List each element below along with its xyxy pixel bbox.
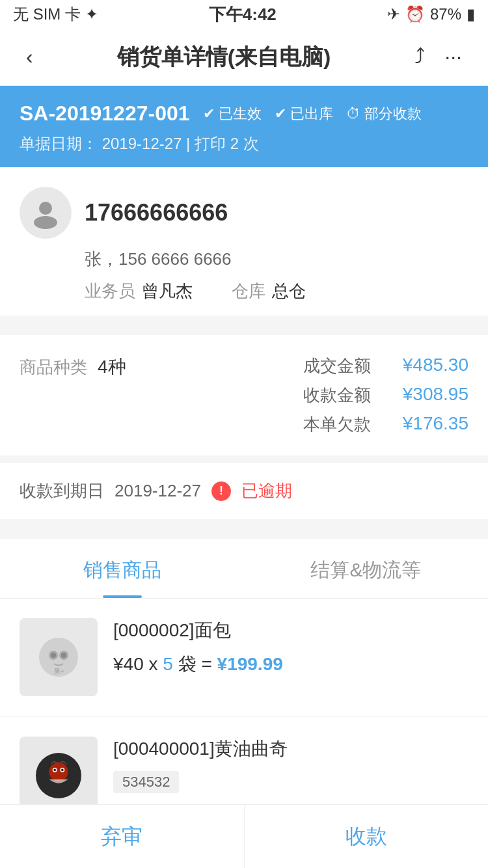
date-label: 单据日期： (20, 135, 98, 152)
category-label: 商品种类 (20, 356, 87, 379)
date-value: 2019-12-27 (102, 135, 182, 152)
check-icon-2: ✔ (275, 105, 286, 122)
svg-point-6 (61, 653, 66, 658)
customer-phone: 17666666666 (85, 199, 228, 226)
svg-point-9 (49, 763, 68, 781)
badge-shipped: ✔ 已出库 (275, 104, 333, 124)
due-section: 收款到期日 2019-12-27 ! 已逾期 (0, 462, 488, 519)
check-icon-1: ✔ (203, 105, 215, 122)
nav-bar: ‹ 销货单详情(来自电脑) ⤴ ··· (0, 29, 488, 86)
owed-row: 本单欠款 ¥176.35 (303, 413, 468, 436)
overdue-text: 已逾期 (241, 480, 292, 502)
print-info: | 打印 2 次 (186, 135, 259, 152)
amount-label: 成交金额 (303, 355, 371, 377)
product-thumbnail-2 (20, 737, 98, 815)
more-button[interactable]: ··· (438, 38, 468, 75)
clock-icon: ⏱ (346, 105, 360, 122)
price-unit-label-1: 袋 (178, 654, 197, 674)
warehouse-label: 仓库 (232, 280, 265, 303)
banner-top-row: SA-20191227-001 ✔ 已生效 ✔ 已出库 ⏱ 部分收款 (20, 102, 468, 126)
product-name-2: [000400001]黄油曲奇 (113, 737, 468, 761)
due-label: 收款到期日 (20, 480, 104, 502)
badge-shipped-label: 已出库 (290, 104, 333, 124)
svg-point-1 (34, 216, 57, 229)
stats-grid: 商品种类 4种 成交金额 ¥485.30 收款金额 ¥308.95 本单欠款 ¥… (20, 355, 468, 436)
customer-name-info: 张，156 6666 6666 (20, 248, 468, 271)
collect-button[interactable]: 收款 (245, 805, 489, 868)
product-price-1: ¥40 x 5 袋 = ¥199.99 (113, 652, 468, 677)
reject-button[interactable]: 弃审 (0, 805, 245, 868)
status-left: 无 SIM 卡 ✦ (13, 4, 98, 25)
sim-status: 无 SIM 卡 ✦ (13, 4, 98, 25)
status-bar: 无 SIM 卡 ✦ 下午4:42 ✈ ⏰ 87% ▮ (0, 0, 488, 29)
header-banner: SA-20191227-001 ✔ 已生效 ✔ 已出库 ⏱ 部分收款 单据日期：… (0, 86, 488, 167)
product-batch-2: 534532 (113, 771, 179, 793)
list-item: 果+ [0000002]面包 ¥40 x 5 袋 = ¥199.99 (0, 599, 488, 716)
sales-value: 曾凡杰 (142, 280, 193, 303)
back-button[interactable]: ‹ (20, 38, 40, 75)
owed-label: 本单欠款 (303, 413, 371, 436)
svg-text:果+: 果+ (54, 668, 64, 675)
tab-settlement[interactable]: 结算&物流等 (244, 539, 488, 598)
warehouse-value: 总仓 (272, 280, 306, 303)
sales-meta: 业务员 曾凡杰 (85, 280, 193, 303)
alarm-icon: ⏰ (405, 5, 425, 23)
battery-icon: ▮ (467, 5, 475, 23)
order-id: SA-20191227-001 (20, 102, 190, 126)
status-right: ✈ ⏰ 87% ▮ (387, 5, 475, 23)
overdue-icon: ! (211, 481, 231, 501)
customer-section: 17666666666 张，156 6666 6666 业务员 曾凡杰 仓库 总… (0, 167, 488, 316)
svg-point-5 (51, 653, 56, 658)
location-icon: ✈ (387, 5, 400, 23)
svg-point-13 (61, 769, 64, 772)
owed-value: ¥176.35 (384, 413, 468, 436)
divider-1 (0, 322, 488, 335)
stats-section: 商品种类 4种 成交金额 ¥485.30 收款金额 ¥308.95 本单欠款 ¥… (0, 335, 488, 455)
svg-point-0 (39, 202, 52, 215)
sales-label: 业务员 (85, 280, 135, 303)
divider-2 (0, 526, 488, 539)
category-value: 4种 (98, 355, 126, 379)
product-info-1: [0000002]面包 ¥40 x 5 袋 = ¥199.99 (113, 618, 468, 677)
stats-right: 成交金额 ¥485.30 收款金额 ¥308.95 本单欠款 ¥176.35 (303, 355, 468, 436)
bottom-bar: 弃审 收款 (0, 804, 488, 868)
svg-point-12 (53, 769, 56, 772)
due-date-value: 2019-12-27 (115, 481, 201, 501)
received-row: 收款金额 ¥308.95 (303, 384, 468, 407)
tab-products-label: 销售商品 (83, 559, 161, 580)
tab-products[interactable]: 销售商品 (0, 539, 244, 598)
page-title: 销货单详情(来自电脑) (117, 42, 331, 72)
avatar (20, 187, 72, 239)
status-time: 下午4:42 (209, 3, 277, 26)
warehouse-meta: 仓库 总仓 (232, 280, 306, 303)
amount-value: ¥485.30 (384, 355, 468, 377)
customer-top: 17666666666 (20, 187, 468, 239)
badge-partial: ⏱ 部分收款 (346, 104, 422, 124)
price-eq-1: = (201, 654, 217, 674)
price-x-1: x (149, 654, 163, 674)
battery-level: 87% (430, 5, 461, 23)
tab-settlement-label: 结算&物流等 (310, 559, 421, 580)
price-qty-1: 5 (163, 654, 173, 674)
customer-meta-row: 业务员 曾凡杰 仓库 总仓 (20, 280, 468, 303)
banner-date-row: 单据日期： 2019-12-27 | 打印 2 次 (20, 133, 468, 154)
badge-partial-label: 部分收款 (364, 104, 422, 124)
badge-activated-label: 已生效 (219, 104, 262, 124)
price-total-1: ¥199.99 (217, 654, 283, 674)
received-label: 收款金额 (303, 384, 371, 407)
share-button[interactable]: ⤴ (408, 38, 431, 75)
badge-activated: ✔ 已生效 (203, 104, 262, 124)
amount-row: 成交金额 ¥485.30 (303, 355, 468, 377)
received-value: ¥308.95 (384, 384, 468, 407)
tabs-section: 销售商品 结算&物流等 (0, 539, 488, 599)
product-name-1: [0000002]面包 (113, 618, 468, 643)
stats-left: 商品种类 4种 (20, 355, 126, 379)
nav-actions: ⤴ ··· (408, 38, 468, 75)
price-unit-1: ¥40 (113, 654, 144, 674)
product-thumbnail-1: 果+ (20, 618, 98, 696)
